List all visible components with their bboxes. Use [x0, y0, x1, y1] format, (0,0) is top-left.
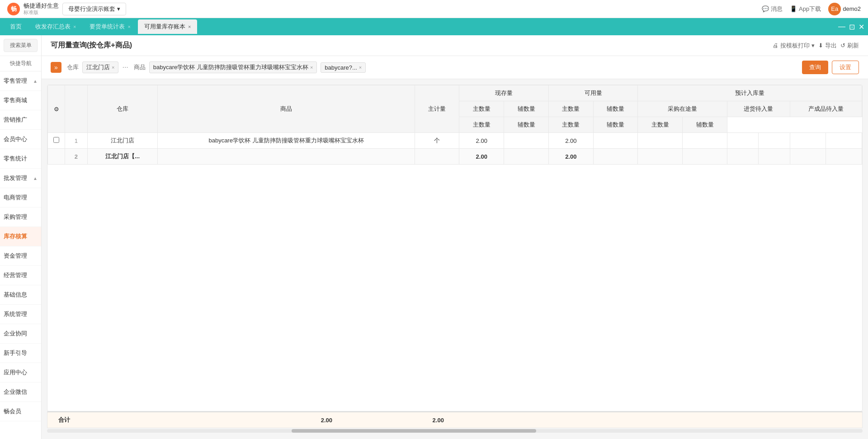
cell-avail-main: 2.00 — [548, 133, 593, 149]
settings-btn[interactable]: 设置 — [832, 61, 859, 74]
tab-stock-summary[interactable]: 收发存汇总表 × — [29, 19, 82, 34]
message-btn[interactable]: 💬 消息 — [762, 5, 783, 13]
sidebar-item-member[interactable]: 会员中心 — [0, 130, 41, 149]
sidebar-item-marketing[interactable]: 营销推广 — [0, 110, 41, 130]
footer-stock-main: 2.00 — [299, 417, 354, 424]
close-window-btn[interactable]: ✕ — [859, 23, 864, 31]
sidebar-item-ecommerce[interactable]: 电商管理 — [0, 188, 41, 208]
cell-product-aux — [826, 133, 862, 149]
sidebar-item-wholesale[interactable]: 批发管理 ▲ — [0, 169, 41, 188]
goods-label: 商品 — [134, 63, 146, 71]
sidebar-search-area: 搜索菜单 — [0, 35, 41, 56]
col-warehouse: 仓库 — [87, 85, 158, 133]
footer-label: 合计 — [53, 416, 75, 424]
sidebar-item-retail-mgmt[interactable]: 零售管理 ▲ — [0, 71, 41, 91]
printer-icon: 🖨 — [773, 42, 778, 49]
warehouse-label: 仓库 — [67, 63, 79, 71]
expand-icon: ▲ — [33, 79, 38, 84]
col-stock-aux: 辅数量 — [504, 101, 549, 117]
user-name: demo2 — [843, 5, 861, 12]
row-checkbox[interactable] — [53, 137, 59, 143]
sidebar-item-finance[interactable]: 资金管理 — [0, 246, 41, 266]
maximize-btn[interactable]: ⊡ — [849, 23, 855, 31]
nav-tabs: 首页 收发存汇总表 × 要货单统计表 × 可用量库存账本 × — ⊡ ✕ — [0, 18, 868, 35]
refresh-icon: ↺ — [840, 42, 845, 49]
sidebar-item-member2[interactable]: 畅会员 — [0, 402, 41, 421]
col-stock-main: 主数量 — [459, 101, 504, 117]
user-area[interactable]: Ea demo2 — [828, 3, 861, 15]
cell-group-num: 2 — [65, 149, 88, 165]
col-current-stock: 现存量 — [459, 85, 549, 101]
remove-warehouse-tag[interactable]: × — [112, 65, 114, 70]
cell-stock-main: 2.00 — [459, 133, 504, 149]
col-purchase-in: 采购在途量 — [638, 101, 727, 117]
refresh-btn[interactable]: ↺ 刷新 — [840, 42, 859, 50]
filter-toggle-btn[interactable]: » — [51, 62, 61, 73]
chevron-down-icon-2: ▾ — [811, 42, 815, 49]
cell-purchase-main — [638, 133, 683, 149]
goods-tag-2[interactable]: babycare?... × — [321, 62, 366, 73]
cell-stock-aux — [504, 133, 549, 149]
page-title: 可用量查询(按仓库+商品) — [51, 41, 132, 50]
logo-icon: 畅 — [7, 3, 20, 15]
cell-group-stock-aux — [504, 149, 549, 165]
col-purchase-main: 主数量 — [459, 117, 504, 133]
sidebar-item-enterprise[interactable]: 企业协同 — [0, 324, 41, 344]
cell-group-checkbox[interactable] — [48, 149, 65, 165]
warehouse-tag[interactable]: 江北门店 × — [82, 61, 118, 73]
tab-close-stock-summary[interactable]: × — [73, 24, 76, 29]
sidebar-item-wechat[interactable]: 企业微信 — [0, 382, 41, 402]
sidebar-item-guide[interactable]: 新手引导 — [0, 344, 41, 363]
more-warehouse-btn[interactable]: ··· — [122, 63, 128, 71]
tab-home[interactable]: 首页 — [4, 19, 28, 34]
sidebar-item-app-center[interactable]: 应用中心 — [0, 363, 41, 382]
col-available: 可用量 — [548, 85, 638, 101]
sidebar-item-system[interactable]: 系统管理 — [0, 305, 41, 324]
sidebar-item-purchase[interactable]: 采购管理 — [0, 208, 41, 227]
cell-group-purchase-main — [638, 149, 683, 165]
horizontal-scrollbar[interactable] — [47, 428, 863, 434]
minimize-btn[interactable]: — — [838, 23, 845, 31]
quick-nav-btn[interactable]: 快捷导航 — [0, 56, 41, 71]
col-purchase-aux: 辅数量 — [504, 117, 549, 133]
sidebar-item-retail-mall[interactable]: 零售商城 — [0, 91, 41, 110]
template-print-btn[interactable]: 🖨 按模板打印 ▾ — [773, 42, 815, 50]
sidebar: 搜索菜单 快捷导航 零售管理 ▲ 零售商城 营销推广 会员中心 零售统计 批发管… — [0, 35, 42, 439]
sidebar-item-basic-info[interactable]: 基础信息 — [0, 285, 41, 305]
inventory-table: ⚙ 仓库 商品 主计量 现存量 可用量 预计入库量 主数量 辅数量 主数量 — [47, 85, 862, 165]
scrollbar-track[interactable] — [47, 429, 863, 433]
content-area: 可用量查询(按仓库+商品) 🖨 按模板打印 ▾ ⬇ 导出 ↺ 刷新 » — [42, 35, 868, 439]
goods-tag-1[interactable]: babycare学饮杯 儿童防摔防撞吸管杯重力球吸嘴杯宝宝水杯 × — [149, 61, 317, 73]
search-menu-btn[interactable]: 搜索菜单 — [4, 39, 38, 52]
col-arrival-main: 主数量 — [548, 117, 593, 133]
main-layout: 搜索菜单 快捷导航 零售管理 ▲ 零售商城 营销推广 会员中心 零售统计 批发管… — [0, 35, 868, 439]
nav-tabs-right: — ⊡ ✕ — [838, 23, 864, 31]
tab-available-inventory[interactable]: 可用量库存账本 × — [138, 19, 197, 34]
query-btn[interactable]: 查询 — [802, 61, 828, 74]
sidebar-item-retail-stats[interactable]: 零售统计 — [0, 149, 41, 169]
cell-product-main — [790, 133, 826, 149]
expand-icon-2: ▲ — [33, 176, 38, 181]
cell-group-unit — [415, 149, 459, 165]
tab-close-available[interactable]: × — [188, 24, 191, 29]
sidebar-item-inventory[interactable]: 库存核算 — [0, 227, 41, 246]
tab-order-stats[interactable]: 要货单统计表 × — [83, 19, 137, 34]
app-download-btn[interactable]: 📱 App下载 — [790, 5, 821, 13]
page-actions: 🖨 按模板打印 ▾ ⬇ 导出 ↺ 刷新 — [773, 42, 859, 50]
industry-selector[interactable]: 母婴行业演示账套 ▾ — [62, 3, 126, 15]
remove-goods-tag-1[interactable]: × — [310, 65, 313, 70]
filter-bar: » 仓库 江北门店 × ··· 商品 babycare学饮杯 儿童防摔防撞吸管杯… — [42, 56, 868, 79]
page-header: 可用量查询(按仓库+商品) 🖨 按模板打印 ▾ ⬇ 导出 ↺ 刷新 — [42, 35, 868, 56]
tab-close-order-stats[interactable]: × — [127, 24, 130, 29]
sidebar-item-operations[interactable]: 经营管理 — [0, 266, 41, 285]
col-product-main: 主数量 — [638, 117, 683, 133]
message-icon: 💬 — [762, 5, 769, 12]
col-forecast-in: 预计入库量 — [638, 85, 862, 101]
col-settings[interactable]: ⚙ — [48, 85, 65, 133]
cell-checkbox[interactable] — [48, 133, 65, 149]
table-row: 1 江北门店 babycare学饮杯 儿童防摔防撞吸管杯重力球吸嘴杯宝宝水杯 个… — [48, 133, 862, 149]
scrollbar-thumb[interactable] — [292, 429, 536, 433]
remove-goods-tag-2[interactable]: × — [359, 65, 362, 70]
cell-group-stock-main: 2.00 — [459, 149, 504, 165]
export-btn[interactable]: ⬇ 导出 — [818, 42, 837, 50]
